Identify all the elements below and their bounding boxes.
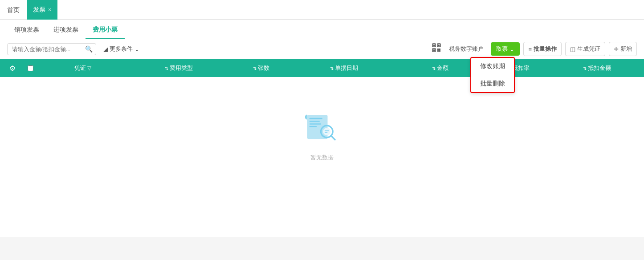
- invoice-tab-close[interactable]: ×: [48, 7, 51, 13]
- empty-state: 暂无数据: [0, 77, 644, 179]
- main-content: ⚙ 凭证 ▽ ⇅ 费用类型 ⇅ 张数 ⇅ 单据日期 ⇅ 金额 ⇅ 抵扣率: [0, 59, 644, 237]
- th-expense-type: ⇅ 费用类型: [126, 64, 231, 72]
- search-icon: 🔍: [85, 45, 93, 53]
- quepiao-chevron-icon: ⌄: [509, 46, 514, 53]
- th-count: ⇅ 张数: [231, 64, 292, 72]
- sort-deduction-icon: ⇅: [583, 66, 587, 71]
- filter-icon: ◢: [103, 46, 108, 53]
- invoice-tab-label: 发票: [33, 6, 45, 14]
- svg-rect-12: [310, 118, 322, 119]
- sort-count-icon: ⇅: [253, 66, 257, 71]
- invoice-tab[interactable]: 发票 ×: [27, 0, 57, 20]
- add-label: 新增: [620, 45, 632, 53]
- table-header: ⚙ 凭证 ▽ ⇅ 费用类型 ⇅ 张数 ⇅ 单据日期 ⇅ 金额 ⇅ 抵扣率: [0, 59, 644, 77]
- batch-label: 批量操作: [534, 45, 557, 53]
- generate-voucher-label: 生成凭证: [577, 45, 600, 53]
- svg-rect-6: [437, 49, 439, 50]
- svg-line-18: [331, 136, 335, 140]
- th-date: ⇅ 单据日期: [292, 64, 396, 72]
- voucher-filter-icon[interactable]: ▽: [87, 65, 91, 71]
- svg-rect-13: [310, 121, 320, 122]
- quepiao-button[interactable]: 取票 ⌄: [491, 42, 520, 56]
- empty-state-icon: [300, 104, 344, 148]
- batch-icon: ≡: [528, 46, 532, 53]
- select-all-checkbox[interactable]: [28, 65, 33, 71]
- svg-rect-8: [437, 50, 439, 52]
- toolbar: 🔍 ◢ 更多条件 ⌄ 税务数字账户 取票 ⌄ ≡ 批量操作 ◫: [0, 39, 644, 59]
- dropdown-item-modify-period[interactable]: 修改账期: [471, 58, 514, 75]
- filter-button[interactable]: ◢ 更多条件 ⌄: [100, 43, 143, 55]
- svg-rect-15: [310, 126, 317, 127]
- svg-rect-9: [439, 50, 440, 52]
- batch-dropdown-menu: 修改账期 批量删除: [470, 57, 515, 93]
- th-voucher: 凭证 ▽: [39, 64, 126, 72]
- quepiao-label: 取票: [496, 45, 508, 53]
- search-wrapper: 🔍: [7, 43, 96, 55]
- tab-expense[interactable]: 费用小票: [86, 20, 125, 39]
- add-button[interactable]: ✛ 新增: [609, 42, 637, 56]
- svg-rect-14: [310, 123, 322, 125]
- top-nav: 首页 发票 ×: [0, 0, 644, 20]
- generate-voucher-button[interactable]: ◫ 生成凭证: [565, 42, 605, 56]
- sort-amount-icon: ⇅: [432, 66, 436, 71]
- filter-chevron-icon: ⌄: [135, 46, 139, 53]
- home-tab[interactable]: 首页: [0, 0, 27, 20]
- generate-voucher-icon: ◫: [570, 46, 575, 53]
- toolbar-left: 🔍 ◢ 更多条件 ⌄: [7, 43, 428, 55]
- search-input[interactable]: [7, 43, 96, 55]
- th-checkbox: [21, 65, 39, 71]
- svg-rect-3: [438, 45, 440, 46]
- th-settings: ⚙: [4, 64, 21, 73]
- settings-icon[interactable]: ⚙: [9, 64, 16, 73]
- tab-sales[interactable]: 销项发票: [7, 20, 46, 39]
- filter-label: 更多条件: [110, 45, 133, 53]
- empty-state-label: 暂无数据: [310, 154, 334, 162]
- tax-account-button[interactable]: 税务数字账户: [445, 43, 487, 55]
- sort-up-icon: ⇅: [165, 66, 168, 71]
- sort-date-icon: ⇅: [330, 66, 334, 71]
- qr-icon[interactable]: [431, 42, 442, 56]
- svg-rect-5: [433, 49, 435, 51]
- svg-rect-7: [439, 49, 440, 50]
- svg-point-17: [323, 128, 331, 135]
- tab-purchase[interactable]: 进项发票: [46, 20, 86, 39]
- sub-tabs: 销项发票 进项发票 费用小票: [0, 20, 644, 39]
- svg-rect-19: [325, 130, 329, 131]
- svg-rect-1: [433, 45, 435, 46]
- svg-rect-20: [325, 132, 328, 133]
- dropdown-item-batch-delete[interactable]: 批量删除: [471, 75, 514, 92]
- add-icon: ✛: [614, 46, 619, 53]
- th-deduction: ⇅ 抵扣金额: [553, 64, 640, 72]
- batch-button[interactable]: ≡ 批量操作: [523, 42, 562, 56]
